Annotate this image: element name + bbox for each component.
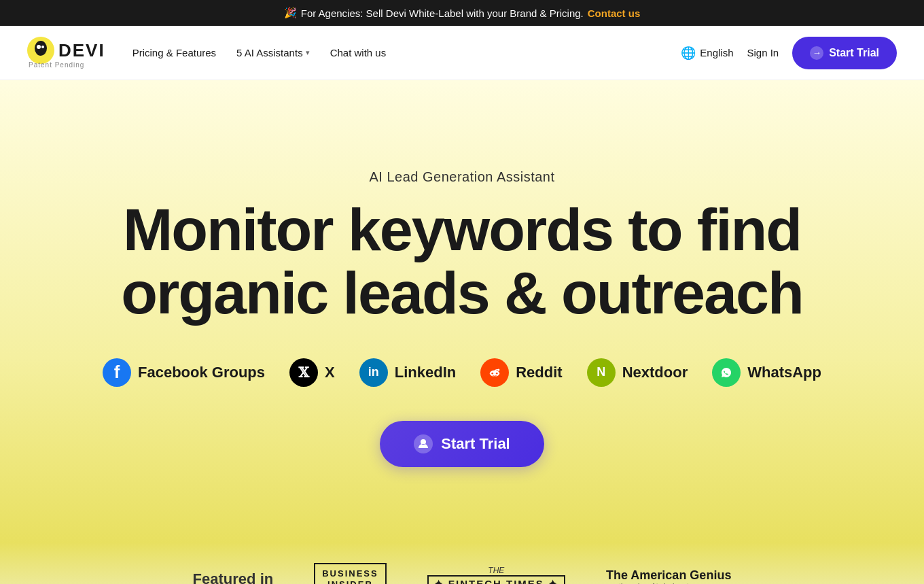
platforms-row: f Facebook Groups 𝕏 X in LinkedIn — [103, 358, 821, 387]
hero-subtitle: AI Lead Generation Assistant — [369, 169, 554, 185]
nav-links: Pricing & Features 5 AI Assistants ▾ Cha… — [132, 47, 387, 58]
svg-point-1 — [35, 41, 47, 56]
linkedin-icon: in — [359, 358, 388, 387]
nav-pricing-features[interactable]: Pricing & Features — [132, 47, 216, 58]
login-icon: → — [810, 46, 823, 60]
announcement-bar: 🎉 For Agencies: Sell Devi White-Label wi… — [0, 0, 924, 26]
svg-point-7 — [496, 373, 498, 375]
platform-linkedin: in LinkedIn — [359, 358, 456, 387]
hero-cta-label: Start Trial — [441, 435, 510, 453]
nav-chat[interactable]: Chat with us — [330, 47, 387, 58]
hero-title-line1: Monitor keywords to find — [123, 196, 801, 263]
facebook-icon: f — [103, 358, 131, 387]
platform-facebook: f Facebook Groups — [103, 358, 265, 387]
logo-sub: Patent Pending — [27, 61, 84, 69]
start-trial-button-nav[interactable]: → Start Trial — [792, 37, 897, 69]
platform-nextdoor: N Nextdoor — [587, 358, 688, 387]
announcement-link[interactable]: Contact us — [588, 7, 641, 19]
platform-x-label: X — [325, 364, 335, 381]
hero-section: AI Lead Generation Assistant Monitor key… — [0, 80, 924, 543]
nextdoor-icon: N — [587, 358, 616, 387]
translate-icon: 🌐 — [681, 46, 696, 61]
business-insider-text: BUSINESSINSIDER — [314, 563, 386, 584]
language-selector[interactable]: 🌐 English — [681, 46, 733, 61]
american-genius-logo: The American Genius the pulse of today's… — [606, 568, 731, 584]
platform-linkedin-label: LinkedIn — [395, 364, 456, 381]
platform-nextdoor-label: Nextdoor — [622, 364, 688, 381]
platform-whatsapp-label: WhatsApp — [747, 364, 821, 381]
navbar-right: 🌐 English Sign In → Start Trial — [681, 37, 897, 69]
featured-section: Featured in BUSINESSINSIDER THE ✦ FINTEC… — [0, 543, 924, 584]
nav-ai-assistants[interactable]: 5 AI Assistants ▾ — [236, 47, 310, 58]
platform-whatsapp: WhatsApp — [712, 358, 821, 387]
start-trial-nav-label: Start Trial — [829, 47, 879, 59]
fintech-times-logo: THE ✦ FINTECH TIMES ✦ — [427, 566, 565, 584]
hero-login-icon — [414, 434, 433, 453]
reddit-icon — [480, 358, 509, 387]
svg-point-6 — [492, 373, 494, 375]
platform-facebook-label: Facebook Groups — [138, 364, 265, 381]
language-label: English — [700, 47, 733, 58]
svg-point-2 — [37, 45, 41, 49]
signin-link[interactable]: Sign In — [747, 47, 779, 58]
svg-point-5 — [490, 371, 499, 377]
featured-label: Featured in — [193, 570, 274, 584]
svg-point-3 — [41, 46, 44, 48]
hero-title: Monitor keywords to find organic leads &… — [121, 199, 802, 324]
x-icon: 𝕏 — [289, 358, 318, 387]
start-trial-button-hero[interactable]: Start Trial — [380, 421, 544, 467]
announcement-emoji: 🎉 — [284, 7, 297, 19]
whatsapp-icon — [712, 358, 741, 387]
chevron-down-icon: ▾ — [306, 48, 310, 57]
business-insider-logo: BUSINESSINSIDER — [314, 563, 386, 584]
logo-text: DEVI — [58, 40, 105, 61]
navbar-left: DEVI Patent Pending Pricing & Features 5… — [27, 37, 386, 69]
platform-reddit: Reddit — [480, 358, 562, 387]
featured-logos: BUSINESSINSIDER THE ✦ FINTECH TIMES ✦ Th… — [314, 563, 731, 584]
navbar: DEVI Patent Pending Pricing & Features 5… — [0, 26, 924, 80]
platform-x: 𝕏 X — [289, 358, 335, 387]
announcement-text: For Agencies: Sell Devi White-Label with… — [301, 7, 584, 19]
hero-title-line2: organic leads & outreach — [121, 259, 802, 326]
logo-icon — [27, 37, 54, 64]
logo[interactable]: DEVI Patent Pending — [27, 37, 105, 69]
platform-reddit-label: Reddit — [516, 364, 562, 381]
